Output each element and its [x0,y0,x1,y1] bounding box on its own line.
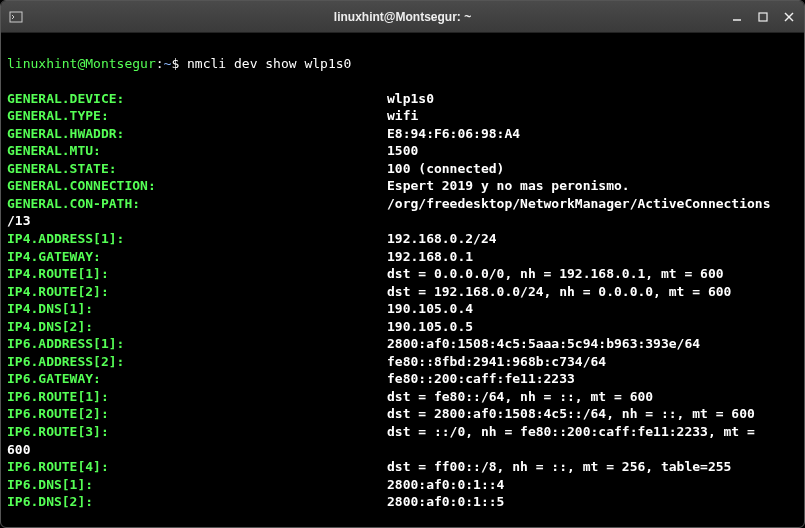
output-key: GENERAL.CONNECTION: [7,177,387,195]
command-text [179,56,187,71]
output-value: 2800:af0:1508:4c5:5aaa:5c94:b963:393e/64 [387,335,700,353]
minimize-icon[interactable] [730,10,744,24]
titlebar: linuxhint@Montsegur: ~ [1,1,804,33]
output-value: 2800:af0:0:1::4 [387,476,504,494]
terminal-icon [9,10,23,24]
output-row: IP4.ROUTE[1]:dst = 0.0.0.0/0, nh = 192.1… [7,265,798,283]
output-key: IP4.GATEWAY: [7,248,387,266]
prompt-user-host: linuxhint@Montsegur [7,56,156,71]
output-row: IP4.ADDRESS[1]:192.168.0.2/24 [7,230,798,248]
output-key: IP6.ADDRESS[1]: [7,335,387,353]
output-row: GENERAL.TYPE:wifi [7,107,798,125]
output-key: IP4.DNS[2]: [7,318,387,336]
output-key: IP6.GATEWAY: [7,370,387,388]
output-value: 190.105.0.5 [387,318,473,336]
output-key: GENERAL.HWADDR: [7,125,387,143]
output-key: GENERAL.TYPE: [7,107,387,125]
output-row: IP4.ROUTE[2]:dst = 192.168.0.0/24, nh = … [7,283,798,301]
output-key: IP4.DNS[1]: [7,300,387,318]
output-row: IP4.DNS[1]:190.105.0.4 [7,300,798,318]
output-row: GENERAL.DEVICE:wlp1s0 [7,90,798,108]
maximize-icon[interactable] [756,10,770,24]
output-row: IP6.ROUTE[1]:dst = fe80::/64, nh = ::, m… [7,388,798,406]
output-value: dst = fe80::/64, nh = ::, mt = 600 [387,388,653,406]
output-key: IP4.ADDRESS[1]: [7,230,387,248]
output-value: wifi [387,107,418,125]
output-value: dst = 0.0.0.0/0, nh = 192.168.0.1, mt = … [387,265,724,283]
output-row: IP6.ADDRESS[2]:fe80::8fbd:2941:968b:c734… [7,353,798,371]
output-row: IP6.DNS[2]:2800:af0:0:1::5 [7,493,798,511]
output-key: GENERAL.DEVICE: [7,90,387,108]
output-row: GENERAL.HWADDR:E8:94:F6:06:98:A4 [7,125,798,143]
output-key: IP6.ROUTE[3]: [7,423,387,441]
output-row: /13 [7,212,798,230]
output-value: E8:94:F6:06:98:A4 [387,125,520,143]
output-value: 1500 [387,142,418,160]
svg-rect-0 [10,12,22,22]
output-key: GENERAL.CON-PATH: [7,195,387,213]
output-key: GENERAL.MTU: [7,142,387,160]
output-key: 600 [7,441,30,459]
output-key: IP4.ROUTE[2]: [7,283,387,301]
output-key: IP6.ROUTE[1]: [7,388,387,406]
command-output: GENERAL.DEVICE:wlp1s0GENERAL.TYPE:wifiGE… [7,90,798,511]
output-row: 600 [7,441,798,459]
output-key: GENERAL.STATE: [7,160,387,178]
output-row: IP6.ADDRESS[1]:2800:af0:1508:4c5:5aaa:5c… [7,335,798,353]
output-row: IP6.ROUTE[2]:dst = 2800:af0:1508:4c5::/6… [7,405,798,423]
output-row: IP4.DNS[2]:190.105.0.5 [7,318,798,336]
output-row: IP6.GATEWAY:fe80::200:caff:fe11:2233 [7,370,798,388]
close-icon[interactable] [782,10,796,24]
window-title: linuxhint@Montsegur: ~ [334,10,471,24]
output-key: IP6.DNS[2]: [7,493,387,511]
output-value: dst = 2800:af0:1508:4c5::/64, nh = ::, m… [387,405,755,423]
output-key: IP6.ROUTE[4]: [7,458,387,476]
output-row: IP6.ROUTE[3]:dst = ::/0, nh = fe80::200:… [7,423,798,441]
output-row: IP6.ROUTE[4]:dst = ff00::/8, nh = ::, mt… [7,458,798,476]
output-row: IP6.DNS[1]:2800:af0:0:1::4 [7,476,798,494]
output-value: dst = 192.168.0.0/24, nh = 0.0.0.0, mt =… [387,283,731,301]
output-row: IP4.GATEWAY:192.168.0.1 [7,248,798,266]
output-row: GENERAL.STATE:100 (connected) [7,160,798,178]
output-row: GENERAL.CONNECTION:Espert 2019 y no mas … [7,177,798,195]
output-value: wlp1s0 [387,90,434,108]
output-value: 100 (connected) [387,160,504,178]
output-value: fe80::8fbd:2941:968b:c734/64 [387,353,606,371]
output-value: 192.168.0.2/24 [387,230,497,248]
output-key: IP6.ROUTE[2]: [7,405,387,423]
terminal-body[interactable]: linuxhint@Montsegur:~$ nmcli dev show wl… [1,33,804,528]
output-value: fe80::200:caff:fe11:2233 [387,370,575,388]
output-value: /org/freedesktop/NetworkManager/ActiveCo… [387,195,771,213]
output-value: Espert 2019 y no mas peronismo. [387,177,630,195]
output-value: 2800:af0:0:1::5 [387,493,504,511]
output-value: 190.105.0.4 [387,300,473,318]
output-key: IP6.ADDRESS[2]: [7,353,387,371]
output-value: 192.168.0.1 [387,248,473,266]
output-key: /13 [7,212,30,230]
prompt-line: linuxhint@Montsegur:~$ nmcli dev show wl… [7,55,798,73]
output-key: IP6.DNS[1]: [7,476,387,494]
output-value: dst = ::/0, nh = fe80::200:caff:fe11:223… [387,423,755,441]
output-value: dst = ff00::/8, nh = ::, mt = 256, table… [387,458,731,476]
svg-rect-2 [759,13,767,21]
output-row: GENERAL.CON-PATH:/org/freedesktop/Networ… [7,195,798,213]
output-row: GENERAL.MTU:1500 [7,142,798,160]
output-key: IP4.ROUTE[1]: [7,265,387,283]
